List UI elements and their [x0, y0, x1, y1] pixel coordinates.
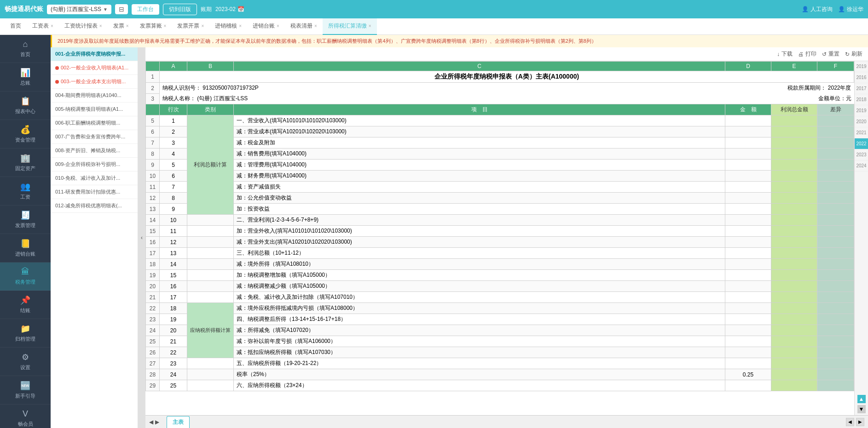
tab-home[interactable]: 首页 — [5, 18, 27, 35]
tab-income-tax[interactable]: 所得税汇算清缴 × — [323, 18, 377, 35]
sidebar-item-guide[interactable]: 🆕 新手引导 — [0, 376, 51, 405]
close-icon[interactable]: × — [99, 23, 102, 29]
close-icon[interactable]: × — [164, 23, 167, 29]
scroll-down-button[interactable]: ▼ — [857, 405, 866, 413]
tab-invoice-calc[interactable]: 发票算账 × — [134, 18, 172, 35]
sidebar-item-funds[interactable]: 💰 资金管理 — [0, 120, 51, 148]
list-item-010[interactable]: 010-免税、减计收入及加计... — [51, 171, 138, 185]
year-2018[interactable]: 2018 — [855, 94, 868, 105]
list-item-003[interactable]: 003-一般企业成本支出明细... — [51, 75, 138, 89]
company-name: (勾册) 江西服宝-LSS — [51, 6, 101, 13]
sidebar-item-tax[interactable]: 🏛 税务管理 — [0, 263, 51, 291]
list-item-009[interactable]: 009-企业所得税弥补亏损明... — [51, 158, 138, 171]
sheet-nav-left[interactable]: ◀ — [149, 419, 153, 425]
sidebar-item-member[interactable]: V 畅会员 — [0, 405, 51, 428]
refresh-button[interactable]: ↻ 刷新 — [845, 50, 862, 58]
table-row: 17 13 三、利润总额（10+11-12） — [146, 248, 854, 259]
list-item-002[interactable]: 002-一般企业收入明细表(A1... — [51, 61, 138, 75]
list-item-012[interactable]: 012-减免所得税优惠明细表(... — [51, 199, 138, 213]
taxpayer-name-value: (勾册) 江西服宝-LSS — [197, 95, 248, 102]
sheet-nav-right[interactable]: ▶ — [155, 419, 159, 425]
list-item-005[interactable]: 005-纳税调整项目明细表(A1... — [51, 103, 138, 116]
list-item-008[interactable]: 008-资产折旧、摊销及纳税... — [51, 144, 138, 158]
sidebar-item-ledger[interactable]: 📊 总账 — [0, 63, 51, 91]
list-item-001[interactable]: 001-企业所得税年度纳税申报... — [51, 47, 138, 61]
year-2019[interactable]: 2019 — [855, 105, 868, 116]
year-2024[interactable]: 2024 — [855, 160, 868, 171]
table-scroll-right[interactable]: ▶ — [856, 418, 864, 426]
close-icon[interactable]: × — [201, 23, 204, 29]
year-2021[interactable]: 2021 — [855, 127, 868, 138]
sidebar-item-sales-ledger[interactable]: 📒 进销台账 — [0, 234, 51, 263]
col-D: D — [725, 62, 771, 71]
invoice-icon: 🧾 — [20, 210, 30, 220]
tab-invoice[interactable]: 发票 × — [108, 18, 134, 35]
year-panel: 2019 2016 2017 2018 2019 2020 2021 2022 … — [854, 61, 868, 415]
sidebar-item-closing[interactable]: 📌 结账 — [0, 291, 51, 319]
scroll-up-button[interactable]: ▲ — [857, 395, 866, 403]
print-button[interactable]: 🖨 打印 — [798, 50, 816, 58]
currency-label: 金额单位：元 — [818, 95, 851, 102]
taxpayer-name-label: 纳税人名称： — [162, 95, 196, 102]
sheet-toolbar: ↓ 下载 🖨 打印 ↺ 重置 ↻ 刷新 — [145, 47, 868, 61]
spreadsheet-area[interactable]: A B C D E F — [145, 61, 854, 415]
sidebar-item-assets[interactable]: 🏢 固定资产 — [0, 148, 51, 177]
reset-button[interactable]: ↺ 重置 — [822, 50, 839, 58]
app-logo: 畅捷通易代账 — [5, 5, 43, 13]
tab-invoice-open[interactable]: 发票开票 × — [172, 18, 209, 35]
tab-payroll[interactable]: 工资表 × — [27, 18, 59, 35]
tab-purchase-sale-ledger[interactable]: 进销台账 × — [247, 18, 285, 35]
table-row: 16 12 减：营业外支出(填写A102010\102020\103000) — [146, 237, 854, 248]
collapse-panel-button[interactable]: ‹ — [138, 47, 145, 428]
sidebar-item-settings[interactable]: ⚙ 设置 — [0, 348, 51, 376]
close-icon[interactable]: × — [314, 23, 317, 29]
year-2019-top[interactable]: 2019 — [855, 61, 868, 72]
switch-version-button[interactable]: 切到旧版 — [163, 4, 197, 15]
tab-tax-table[interactable]: 税表清册 × — [285, 18, 323, 35]
workbench-button[interactable]: 工作台 — [132, 4, 159, 15]
tab-purchase-sale-check[interactable]: 进销稽核 × — [209, 18, 247, 35]
table-row: 11 7 减：资产减值损失 — [146, 182, 854, 193]
sidebar-item-invoice-mgmt[interactable]: 🧾 发票管理 — [0, 205, 51, 234]
close-icon[interactable]: × — [126, 23, 129, 29]
guide-icon: 🆕 — [20, 381, 30, 391]
tax-table: A B C D E F — [145, 61, 854, 391]
close-icon[interactable]: × — [239, 23, 242, 29]
tab-payroll-stat[interactable]: 工资统计报表 × — [59, 18, 108, 35]
company-selector[interactable]: (勾册) 江西服宝-LSS ▼ — [47, 5, 111, 14]
sheet-tab-main[interactable]: 主表 — [167, 416, 190, 428]
list-item-006[interactable]: 006-职工薪酬纳税调整明细... — [51, 116, 138, 130]
sidebar-item-archive[interactable]: 📁 归档管理 — [0, 319, 51, 348]
table-row: 6 2 减：营业成本(填写A102010\102020\103000) — [146, 126, 854, 137]
year-2023[interactable]: 2023 — [855, 149, 868, 160]
col-header-item: 项 目 — [234, 104, 725, 115]
warning-text: 2019年度涉及取以前年度延续数据的申报表单元格需要手工维护正确，才能保证本年及… — [58, 38, 596, 44]
user-profile[interactable]: 👤 徐运华 — [838, 6, 863, 13]
year-2017[interactable]: 2017 — [855, 83, 868, 94]
close-icon[interactable]: × — [51, 23, 53, 29]
reports-icon: 📋 — [20, 96, 30, 106]
sidebar-item-reports[interactable]: 📋 报表中心 — [0, 91, 51, 120]
download-button[interactable]: ↓ 下载 — [777, 50, 793, 58]
group-taxable-calc: 应纳税所得额计算 — [187, 303, 234, 358]
list-item-007[interactable]: 007-广告费和业务宣传费跨年... — [51, 130, 138, 144]
calendar-icon[interactable]: 📅 — [237, 6, 244, 12]
user-service[interactable]: 👤 人工咨询 — [802, 6, 833, 13]
table-scroll-left[interactable]: ◀ — [846, 418, 854, 426]
list-item-011[interactable]: 011-研发费用加计扣除优惠... — [51, 185, 138, 199]
list-item-004[interactable]: 004-期间费用明细表(A1040... — [51, 89, 138, 103]
close-icon[interactable]: × — [369, 23, 371, 29]
year-2020[interactable]: 2020 — [855, 116, 868, 127]
refresh-icon: ↻ — [845, 51, 850, 57]
sidebar-item-payroll[interactable]: 👥 工资 — [0, 177, 51, 205]
year-2016[interactable]: 2016 — [855, 72, 868, 83]
nav-tabs: 首页 工资表 × 工资统计报表 × 发票 × 发票算账 × 发票开票 × 进销稽… — [0, 18, 868, 35]
year-2022[interactable]: 2022 — [855, 138, 868, 149]
table-row: 21 17 减：免税、减计收入及加计扣除（填写A107010） — [146, 292, 854, 303]
top-bar: 畅捷通易代账 (勾册) 江西服宝-LSS ▼ ⊟ 工作台 切到旧版 账期 202… — [0, 0, 868, 18]
copy-icon-button[interactable]: ⊟ — [115, 4, 128, 14]
group-profit-calc: 利润总额计算 — [187, 115, 234, 215]
close-icon[interactable]: × — [277, 23, 279, 29]
taxpayer-id-label: 纳税人识别号： — [162, 85, 201, 91]
sidebar-item-home[interactable]: ⌂ 首页 — [0, 35, 51, 63]
